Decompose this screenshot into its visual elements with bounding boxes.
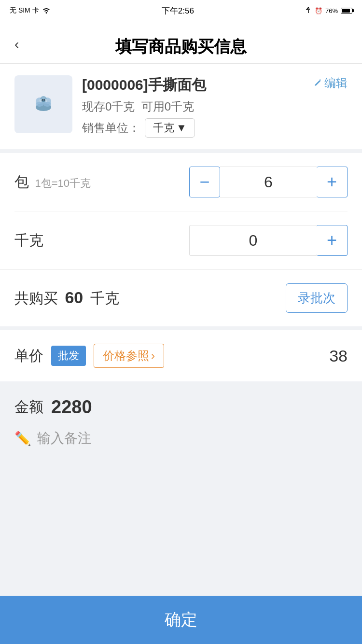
total-label: 共购买 60 千克	[14, 288, 119, 308]
bao-row: 包 1包=10千克 − 6 +	[14, 153, 348, 211]
remark-row[interactable]: ✏️ 输入备注	[14, 425, 348, 451]
batch-button[interactable]: 录批次	[286, 283, 348, 313]
gps-icon	[305, 7, 312, 15]
bao-quantity-control: − 6 +	[189, 167, 348, 197]
kg-quantity-control: 0 +	[189, 225, 348, 256]
status-bar: 无 SIM 卡 下午2:56 ⏰ 76%	[0, 0, 362, 21]
carrier-label: 无 SIM 卡	[10, 6, 39, 15]
quantity-form: 包 1包=10千克 − 6 + 千克 0 +	[0, 153, 362, 270]
bottom-spacer	[0, 459, 362, 604]
total-row: 共购买 60 千克 录批次	[14, 270, 348, 326]
unit-select[interactable]: 千克 ▼	[145, 118, 195, 138]
remark-placeholder: 输入备注	[37, 429, 91, 448]
confirm-text: 确定	[165, 609, 197, 631]
amount-row: 金额 2280	[14, 397, 348, 425]
battery-percent: 76%	[325, 7, 338, 14]
amount-value: 2280	[51, 397, 92, 418]
bao-decrement-button[interactable]: −	[189, 167, 220, 197]
svg-point-5	[43, 102, 51, 107]
kg-label: 千克	[14, 231, 43, 251]
svg-point-9	[42, 99, 43, 101]
nav-bar: ‹ 填写商品购买信息	[0, 21, 362, 64]
edit-button[interactable]: 编辑	[314, 75, 348, 91]
status-time: 下午2:56	[162, 5, 194, 16]
status-left: 无 SIM 卡	[10, 6, 51, 15]
svg-point-4	[36, 102, 43, 107]
bao-increment-button[interactable]: +	[317, 167, 348, 197]
amount-section: 金额 2280 ✏️ 输入备注	[0, 385, 362, 459]
product-image	[14, 75, 72, 133]
kg-row: 千克 0 +	[14, 211, 348, 269]
total-section: 共购买 60 千克 录批次	[0, 270, 362, 330]
product-unit: 销售单位： 千克 ▼	[82, 118, 348, 138]
confirm-bar[interactable]: 确定	[0, 596, 362, 644]
alarm-icon: ⏰	[315, 7, 322, 14]
amount-label: 金额	[14, 397, 43, 417]
product-stock: 现存0千克 可用0千克	[82, 99, 348, 114]
bao-label: 包 1包=10千克	[14, 172, 91, 192]
bao-quantity-input[interactable]: 6	[220, 167, 317, 197]
price-row: 单价 批发 价格参照 › 38	[14, 330, 348, 381]
wholesale-tag: 批发	[51, 346, 86, 366]
product-card: [0000006]手撕面包 编辑 现存0千克 可用0千克 销售单位： 千克 ▼	[0, 64, 362, 153]
price-ref-button[interactable]: 价格参照 ›	[94, 344, 164, 368]
product-info: [0000006]手撕面包 编辑 现存0千克 可用0千克 销售单位： 千克 ▼	[82, 75, 348, 138]
page-title: 填写商品购买信息	[115, 32, 247, 58]
back-button[interactable]: ‹	[14, 33, 19, 52]
wifi-icon	[42, 7, 51, 15]
price-value: 38	[329, 347, 348, 365]
status-right: ⏰ 76%	[305, 7, 352, 15]
price-label: 单价	[14, 346, 43, 366]
pencil-icon: ✏️	[14, 431, 31, 447]
battery-icon	[341, 8, 352, 14]
kg-quantity-input[interactable]: 0	[189, 225, 317, 256]
svg-point-10	[44, 99, 45, 101]
kg-increment-button[interactable]: +	[317, 225, 348, 256]
price-section: 单价 批发 价格参照 › 38	[0, 330, 362, 385]
product-name: [0000006]手撕面包	[82, 75, 206, 95]
product-header: [0000006]手撕面包 编辑	[82, 75, 348, 95]
